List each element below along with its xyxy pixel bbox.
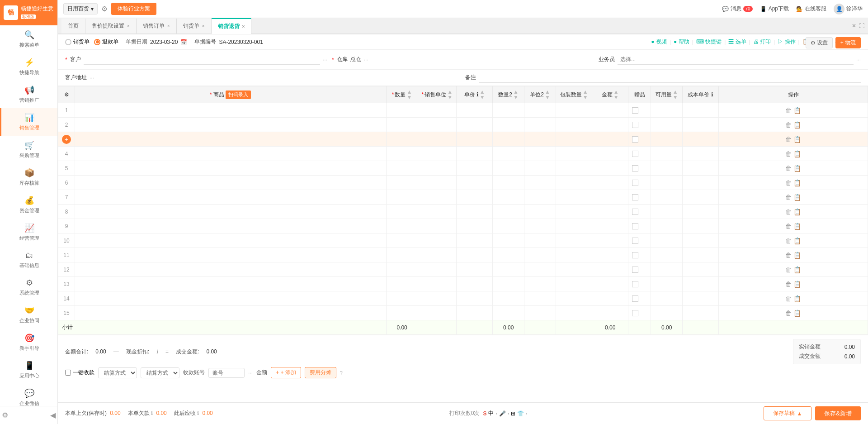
gift-checkbox-5[interactable]: [632, 165, 638, 172]
delete-row-icon-5[interactable]: 🗑: [785, 165, 792, 172]
row-amount-6[interactable]: [592, 176, 628, 190]
sidebar-collapse-icon[interactable]: ◀: [50, 411, 56, 419]
salesman-dots[interactable]: ···: [856, 57, 861, 63]
experience-btn[interactable]: 体验行业方案: [111, 3, 156, 15]
delete-row-icon-15[interactable]: 🗑: [785, 310, 792, 317]
row-goods-5[interactable]: [75, 161, 387, 176]
delete-row-icon-3[interactable]: 🗑: [785, 136, 792, 143]
row-cost-6[interactable]: [683, 176, 719, 190]
row-price-5[interactable]: [457, 161, 493, 176]
row-unit-4[interactable]: [418, 147, 457, 161]
row-gift-1[interactable]: [628, 103, 651, 118]
row-unit-7[interactable]: [418, 190, 457, 205]
delete-row-icon-7[interactable]: 🗑: [785, 194, 792, 201]
copy-row-icon-6[interactable]: 📋: [793, 179, 801, 186]
discount-tip-icon[interactable]: ℹ: [156, 349, 158, 355]
tool-icon-3[interactable]: 🎤: [499, 410, 506, 417]
row-qty2-2[interactable]: [493, 118, 524, 132]
row-goods-8[interactable]: [75, 205, 387, 219]
row-pack-1[interactable]: [556, 103, 592, 118]
sidebar-item-wechat[interactable]: 💬 企业微信: [0, 384, 57, 406]
row-unit-15[interactable]: [418, 306, 457, 320]
tool-icon-1[interactable]: 中: [488, 410, 494, 417]
row-pack-5[interactable]: [556, 161, 592, 176]
copy-row-icon-14[interactable]: 📋: [793, 295, 801, 302]
row-pack-15[interactable]: [556, 306, 592, 320]
row-qty2-14[interactable]: [493, 291, 524, 306]
date-picker-icon[interactable]: 📅: [180, 39, 187, 45]
row-qty-6[interactable]: [386, 176, 418, 190]
copy-row-icon-4[interactable]: 📋: [793, 150, 801, 157]
settings-btn[interactable]: ⚙ 设置: [806, 37, 833, 48]
row-goods-2[interactable]: [75, 118, 387, 132]
row-gift-10[interactable]: [628, 233, 651, 248]
row-gift-14[interactable]: [628, 291, 651, 306]
logistics-btn[interactable]: + 物流: [835, 37, 861, 48]
col-settings-header[interactable]: ⚙: [58, 86, 75, 103]
copy-row-icon-11[interactable]: 📋: [793, 252, 801, 259]
copy-row-icon-1[interactable]: 📋: [793, 107, 801, 114]
row-available-1[interactable]: [651, 103, 683, 118]
row-price-2[interactable]: [457, 118, 493, 132]
app-download-btn[interactable]: 📱 App下载: [760, 5, 789, 13]
row-amount-15[interactable]: [592, 306, 628, 320]
row-available-2[interactable]: [651, 118, 683, 132]
row-gift-8[interactable]: [628, 205, 651, 219]
row-available-3[interactable]: [651, 132, 683, 147]
copy-row-icon-2[interactable]: 📋: [793, 121, 801, 129]
gift-checkbox-11[interactable]: [632, 252, 638, 258]
row-price-4[interactable]: [457, 147, 493, 161]
row-pack-6[interactable]: [556, 176, 592, 190]
row-unit2-15[interactable]: [524, 306, 556, 320]
sidebar-item-sales[interactable]: 📊 销售管理: [0, 108, 57, 136]
row-unit2-1[interactable]: [524, 103, 556, 118]
sidebar-item-operations[interactable]: 📈 经营管理: [0, 219, 57, 246]
row-unit-2[interactable]: [418, 118, 457, 132]
row-available-12[interactable]: [651, 262, 683, 277]
delete-row-icon-12[interactable]: 🗑: [785, 266, 792, 273]
row-amount-7[interactable]: [592, 190, 628, 205]
sidebar-settings-icon[interactable]: ⚙: [2, 411, 8, 419]
account-dots[interactable]: ···: [248, 370, 253, 376]
row-unit2-3[interactable]: [524, 132, 556, 147]
online-service-btn[interactable]: 💁 在线客服: [796, 5, 826, 13]
row-unit2-5[interactable]: [524, 161, 556, 176]
gift-checkbox-9[interactable]: [632, 223, 638, 229]
row-qty2-1[interactable]: [493, 103, 524, 118]
tab-3[interactable]: 销货单 ×: [177, 19, 212, 33]
row-unit2-10[interactable]: [524, 233, 556, 248]
row-cost-5[interactable]: [683, 161, 719, 176]
row-qty-8[interactable]: [386, 205, 418, 219]
row-qty-5[interactable]: [386, 161, 418, 176]
row-qty2-4[interactable]: [493, 147, 524, 161]
copy-row-icon-12[interactable]: 📋: [793, 266, 801, 273]
row-cost-3[interactable]: [683, 132, 719, 147]
radio-sales-order[interactable]: 销货单: [65, 38, 90, 46]
row-price-14[interactable]: [457, 291, 493, 306]
gift-checkbox-13[interactable]: [632, 281, 638, 287]
row-pack-12[interactable]: [556, 262, 592, 277]
copy-row-icon-15[interactable]: 📋: [793, 310, 801, 317]
row-goods-10[interactable]: [75, 233, 387, 248]
row-available-8[interactable]: [651, 205, 683, 219]
row-amount-2[interactable]: [592, 118, 628, 132]
tool-icon-2[interactable]: ·: [495, 410, 497, 417]
row-gift-3[interactable]: [628, 132, 651, 147]
customer-input[interactable]: [84, 54, 320, 65]
gift-checkbox-4[interactable]: [632, 151, 638, 157]
row-qty2-15[interactable]: [493, 306, 524, 320]
row-qty-9[interactable]: [386, 219, 418, 233]
row-qty-13[interactable]: [386, 277, 418, 291]
delete-row-icon-13[interactable]: 🗑: [785, 281, 792, 288]
unit-sort-icon[interactable]: ▲▼: [447, 89, 453, 100]
row-available-14[interactable]: [651, 291, 683, 306]
tab-close-icon[interactable]: ×: [167, 24, 170, 29]
sidebar-item-system[interactable]: ⚙ 系统管理: [0, 273, 57, 301]
shortcut-link[interactable]: ⌨ 快捷键: [696, 38, 722, 46]
row-cost-8[interactable]: [683, 205, 719, 219]
gift-checkbox-1[interactable]: [632, 107, 638, 114]
sidebar-item-inventory[interactable]: 📦 库存核算: [0, 163, 57, 191]
row-available-5[interactable]: [651, 161, 683, 176]
tab-close-icon[interactable]: ×: [242, 24, 245, 29]
tool-icon-4[interactable]: ·: [508, 410, 509, 417]
